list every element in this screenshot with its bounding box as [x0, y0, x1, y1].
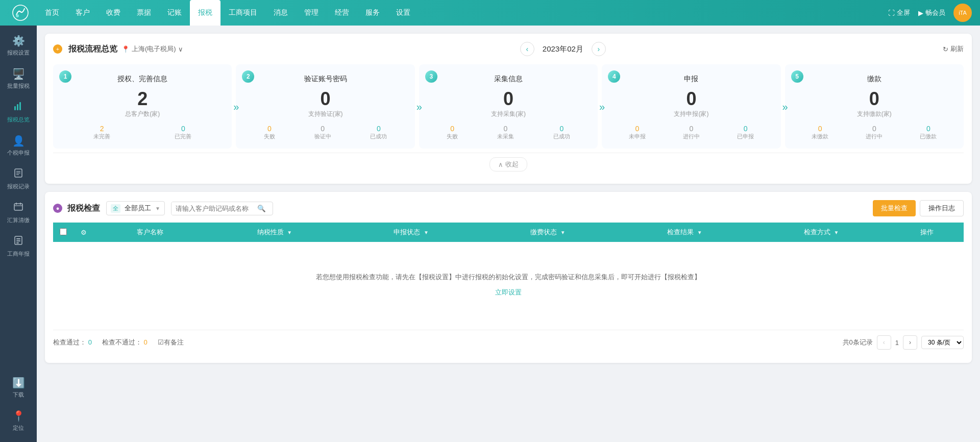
note-filter[interactable]: ☑有备注	[158, 338, 184, 347]
app-logo[interactable]	[8, 5, 33, 21]
nav-item-customers[interactable]: 客户	[67, 0, 98, 26]
sidebar-item-tax-settings-label: 报税设置	[7, 49, 30, 57]
nav-item-management[interactable]: 管理	[296, 0, 327, 26]
step-1-complete-count[interactable]: 0	[181, 125, 185, 133]
nav-item-business[interactable]: 工商项目	[220, 0, 265, 26]
step-5-stat-not-paid: 0 未缴款	[812, 125, 828, 140]
nav-item-tax[interactable]: 报税	[190, 0, 220, 26]
tax-records-icon	[13, 168, 23, 181]
step-4-filed-count[interactable]: 0	[744, 125, 748, 133]
table-empty-message: 若您想使用报税检查功能，请先在【报税设置】中进行报税的初始化设置，完成密码验证和…	[53, 242, 964, 328]
prev-page-button[interactable]: ‹	[877, 335, 891, 350]
next-month-button[interactable]: ›	[592, 42, 606, 56]
download-icon: ⬇️	[12, 377, 25, 389]
nav-item-services[interactable]: 服务	[357, 0, 388, 26]
nav-item-invoices[interactable]: 票据	[129, 0, 159, 26]
step-2-pending-count[interactable]: 0	[321, 125, 325, 133]
location-icon: 📍	[12, 410, 25, 422]
step-1-title: 授权、完善信息	[61, 72, 224, 84]
payment-status-filter-icon[interactable]: ▼	[560, 230, 566, 235]
prev-month-button[interactable]: ‹	[520, 42, 534, 56]
overview-title: 报税流程总览	[68, 44, 117, 55]
avatar[interactable]: iTA	[953, 4, 972, 22]
step-5-in-progress-count[interactable]: 0	[872, 125, 876, 133]
step-3-pending-count[interactable]: 0	[504, 125, 508, 133]
nav-item-settings[interactable]: 设置	[388, 0, 419, 26]
nav-item-operations[interactable]: 经营	[327, 0, 357, 26]
step-2-pending-label: 验证中	[314, 133, 331, 140]
nav-item-accounting[interactable]: 记账	[159, 0, 190, 26]
sidebar-item-tax-records[interactable]: 报税记录	[0, 163, 37, 195]
step-1-incomplete-count[interactable]: 2	[100, 125, 104, 133]
check-title-text: 报税检查	[67, 203, 100, 214]
tax-overview-icon	[13, 101, 23, 114]
step-3-pending-label: 未采集	[497, 133, 514, 140]
step-2-fail-count[interactable]: 0	[267, 125, 272, 133]
sidebar-item-download[interactable]: ⬇️ 下载	[0, 372, 37, 404]
step-5-not-paid-count[interactable]: 0	[818, 125, 822, 133]
step-5-title: 缴款	[793, 72, 955, 84]
sidebar-item-annual-report-label: 工商年报	[7, 250, 30, 258]
check-fail-count[interactable]: 0	[143, 338, 147, 346]
select-all-checkbox[interactable]	[60, 228, 67, 235]
nav-right-area: ⛶ 全屏 ▶ 畅会员 iTA	[888, 4, 972, 22]
step-3-stats: 0 失败 0 未采集 0 已成功	[427, 125, 590, 140]
process-step-1: 1 授权、完善信息 2 总客户数(家) 2 未完善 0 已完善 »	[53, 64, 232, 149]
step-2-success-count[interactable]: 0	[377, 125, 381, 133]
sidebar-item-individual-tax[interactable]: 👤 个税申报	[0, 130, 37, 162]
batch-check-button[interactable]: 批量检查	[873, 200, 916, 216]
collapse-button[interactable]: ∧ 收起	[489, 157, 527, 171]
table-footer: 检查通过： 0 检查不通过： 0 ☑有备注 共0条记录 ‹ 1 › 30 条/页	[53, 330, 964, 355]
nav-items-container: 首页 客户 收费 票据 记账 报税 工商项目 消息 管理 经营 服务 设置	[37, 0, 888, 26]
nav-item-fees[interactable]: 收费	[98, 0, 129, 26]
search-button[interactable]: 🔍	[253, 202, 270, 215]
employee-filter-dropdown[interactable]: 全 全部员工 ▼	[106, 201, 165, 215]
step-5-count: 0	[793, 88, 955, 110]
step-2-fail-label: 失败	[264, 133, 275, 140]
per-page-select[interactable]: 30 条/页	[921, 336, 964, 349]
nav-item-home[interactable]: 首页	[37, 0, 67, 26]
search-input[interactable]	[172, 202, 253, 215]
member-label: 畅会员	[925, 8, 945, 17]
check-pass-label: 检查通过：	[53, 338, 86, 346]
step-5-paid-count[interactable]: 0	[926, 125, 930, 133]
step-2-arrow: »	[416, 101, 422, 112]
refresh-icon: ↻	[943, 45, 948, 53]
step-3-fail-count[interactable]: 0	[450, 125, 454, 133]
check-method-filter-icon[interactable]: ▼	[834, 230, 839, 235]
step-1-stat-incomplete: 2 未完善	[93, 125, 110, 140]
check-pass-count[interactable]: 0	[88, 338, 92, 346]
tax-nature-filter-icon[interactable]: ▼	[287, 230, 292, 235]
collapse-label: 收起	[505, 160, 519, 169]
filing-status-filter-icon[interactable]: ▼	[424, 230, 429, 235]
step-4-not-filed-count[interactable]: 0	[635, 125, 639, 133]
step-3-success-label: 已成功	[553, 133, 570, 140]
next-page-button[interactable]: ›	[903, 335, 917, 350]
th-operations-label: 操作	[920, 228, 934, 236]
refresh-button[interactable]: ↻ 刷新	[943, 44, 964, 54]
step-1-count: 2	[61, 88, 224, 110]
check-result-filter-icon[interactable]: ▼	[697, 230, 702, 235]
step-4-title: 申报	[610, 72, 772, 84]
sidebar-item-annual-report[interactable]: 工商年报	[0, 230, 37, 263]
nav-item-messages[interactable]: 消息	[265, 0, 296, 26]
th-tax-nature-label: 纳税性质	[257, 228, 284, 236]
sidebar-item-settlement-label: 汇算清缴	[7, 216, 30, 224]
go-to-settings-link[interactable]: 立即设置	[63, 288, 953, 297]
operation-log-button[interactable]: 操作日志	[920, 200, 964, 216]
settings-icon[interactable]: ⚙	[81, 229, 87, 236]
sidebar-item-location[interactable]: 📍 定位	[0, 405, 37, 437]
step-2-stat-fail: 0 失败	[264, 125, 275, 140]
sidebar-item-tax-overview[interactable]: 报税总览	[0, 96, 37, 129]
step-5-paid-label: 已缴款	[920, 133, 937, 140]
location-selector[interactable]: 📍 上海(电子税局) ∨	[121, 44, 183, 54]
check-pass-stat: 检查通过： 0	[53, 338, 92, 347]
step-4-in-progress-count[interactable]: 0	[690, 125, 694, 133]
sidebar-item-batch-tax[interactable]: 🖥️ 批量报税	[0, 63, 37, 95]
step-3-success-count[interactable]: 0	[559, 125, 564, 133]
sidebar-item-settlement[interactable]: 汇算清缴	[0, 197, 37, 229]
member-button[interactable]: ▶ 畅会员	[918, 8, 945, 17]
fullscreen-button[interactable]: ⛶ 全屏	[888, 8, 910, 17]
sidebar-item-tax-settings[interactable]: ⚙️ 报税设置	[0, 30, 37, 62]
process-step-2: 2 验证账号密码 0 支持验证(家) 0 失败 0 验证中 0 已成功	[236, 64, 414, 149]
